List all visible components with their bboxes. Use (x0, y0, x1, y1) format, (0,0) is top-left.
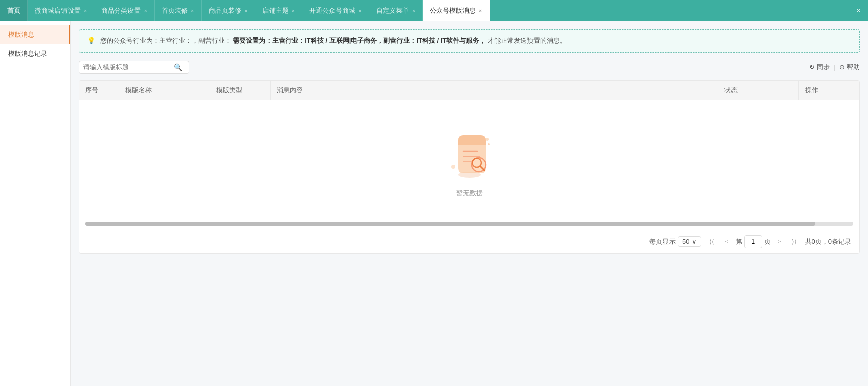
page-size-value: 50 (682, 238, 689, 245)
notice-highlight: 需要设置为：主营行业：IT科技 / 互联网|电子商务，副营行业：IT科技 / I… (233, 37, 486, 44)
prev-page-button[interactable]: ＜ (720, 235, 733, 248)
help-button[interactable]: ⊙ 帮助 (839, 63, 860, 72)
tab-wshop-settings[interactable]: 微商城店铺设置 × (28, 0, 94, 21)
toolbar-divider: | (834, 63, 835, 71)
tab-product-category-label: 商品分类设置 (101, 6, 141, 15)
scrollbar-thumb[interactable] (85, 222, 815, 226)
tab-home-decorate-label: 首页装修 (162, 6, 188, 15)
empty-state: 暂无数据 (79, 100, 859, 218)
tab-home-label: 首页 (7, 6, 20, 15)
notice-box: 💡 您的公众号行业为：主营行业：，副营行业： 需要设置为：主营行业：IT科技 /… (79, 29, 860, 53)
search-input[interactable] (83, 63, 174, 71)
tab-custom-menu-label: 自定义菜单 (376, 6, 409, 15)
col-header-name: 模版名称 (119, 81, 210, 100)
toolbar-right: ↻ 同步 | ⊙ 帮助 (809, 63, 860, 72)
notice-icon: 💡 (87, 37, 95, 44)
search-input-wrap[interactable]: 🔍 (79, 61, 189, 74)
search-icon[interactable]: 🔍 (174, 63, 182, 71)
empty-illustration (444, 130, 495, 181)
content-area: 💡 您的公众号行业为：主营行业：，副营行业： 需要设置为：主营行业：IT科技 /… (71, 21, 868, 386)
col-header-content: 消息内容 (271, 81, 718, 100)
notice-text2: 才能正常发送预置的消息。 (488, 37, 566, 44)
tab-home-decorate-close[interactable]: × (191, 8, 194, 14)
page-label: 第 (736, 237, 742, 246)
tab-product-category-close[interactable]: × (144, 8, 147, 14)
svg-point-8 (488, 143, 490, 145)
tab-product-category[interactable]: 商品分类设置 × (94, 0, 154, 21)
tab-custom-menu-close[interactable]: × (412, 8, 415, 14)
tab-product-decorate-label: 商品页装修 (209, 6, 241, 15)
sidebar-item-template-msg-log[interactable]: 模版消息记录 (0, 44, 70, 63)
sync-button[interactable]: ↻ 同步 (809, 63, 830, 72)
chevron-down-icon: ∨ (692, 238, 697, 245)
sidebar: 模版消息 模版消息记录 (0, 21, 71, 386)
col-header-index: 序号 (79, 81, 119, 100)
tab-shop-theme[interactable]: 店铺主题 × (255, 0, 302, 21)
page-unit: 页 (764, 237, 771, 246)
search-bar: 🔍 ↻ 同步 | ⊙ 帮助 (79, 61, 860, 74)
tab-wshop-settings-label: 微商城店铺设置 (35, 6, 81, 15)
tab-open-mall-close[interactable]: × (358, 8, 361, 14)
tab-home[interactable]: 首页 (0, 0, 28, 21)
tab-bar-close-all[interactable]: × (849, 6, 868, 15)
main-layout: 模版消息 模版消息记录 💡 您的公众号行业为：主营行业：，副营行业： 需要设置为… (0, 21, 868, 386)
tab-shop-theme-close[interactable]: × (292, 8, 295, 14)
help-icon: ⊙ (839, 63, 845, 71)
tab-wshop-settings-close[interactable]: × (84, 8, 87, 14)
page-size-select: 每页显示 50 ∨ (649, 236, 701, 247)
last-page-button[interactable]: ⟩⟩ (788, 235, 801, 248)
horizontal-scrollbar[interactable] (85, 222, 853, 226)
page-total: 共0页，0条记录 (805, 237, 851, 246)
help-label: 帮助 (847, 63, 860, 72)
tab-product-decorate-close[interactable]: × (244, 8, 247, 14)
empty-text: 暂无数据 (456, 189, 483, 198)
data-table: 序号 模版名称 模版类型 消息内容 状态 操作 (79, 80, 860, 254)
sidebar-item-template-msg[interactable]: 模版消息 (0, 25, 70, 44)
svg-point-9 (451, 165, 455, 169)
page-size-dropdown[interactable]: 50 ∨ (678, 236, 701, 247)
sync-icon: ↻ (809, 63, 815, 71)
tab-template-msg-label: 公众号模版消息 (430, 6, 476, 15)
col-header-action: 操作 (799, 81, 859, 100)
next-page-button[interactable]: ＞ (773, 235, 786, 248)
tab-custom-menu[interactable]: 自定义菜单 × (369, 0, 423, 21)
sync-label: 同步 (817, 63, 830, 72)
sidebar-item-template-msg-label: 模版消息 (8, 31, 34, 38)
tab-product-decorate[interactable]: 商品页装修 × (202, 0, 255, 21)
tab-shop-theme-label: 店铺主题 (262, 6, 289, 15)
tab-template-msg[interactable]: 公众号模版消息 × (423, 0, 489, 21)
tab-home-decorate[interactable]: 首页装修 × (155, 0, 202, 21)
table-header: 序号 模版名称 模版类型 消息内容 状态 操作 (79, 81, 859, 100)
col-header-type: 模版类型 (210, 81, 271, 100)
tab-bar: 首页 微商城店铺设置 × 商品分类设置 × 首页装修 × 商品页装修 × 店铺主… (0, 0, 868, 21)
tab-open-mall[interactable]: 开通公众号商城 × (302, 0, 369, 21)
col-header-status: 状态 (718, 81, 799, 100)
tab-open-mall-label: 开通公众号商城 (309, 6, 355, 15)
svg-point-7 (486, 138, 489, 141)
pagination: 每页显示 50 ∨ ⟨⟨ ＜ 第 页 ＞ ⟩⟩ 共0页，0条记录 (79, 230, 859, 253)
tab-template-msg-close[interactable]: × (479, 8, 482, 14)
sidebar-item-template-msg-log-label: 模版消息记录 (8, 50, 47, 57)
notice-text1: 您的公众号行业为：主营行业：，副营行业： (100, 37, 231, 44)
first-page-button[interactable]: ⟨⟨ (705, 235, 718, 248)
page-navigation: ⟨⟨ ＜ 第 页 ＞ ⟩⟩ (705, 235, 801, 248)
page-number-input[interactable] (744, 235, 762, 248)
page-size-label: 每页显示 (649, 237, 676, 246)
